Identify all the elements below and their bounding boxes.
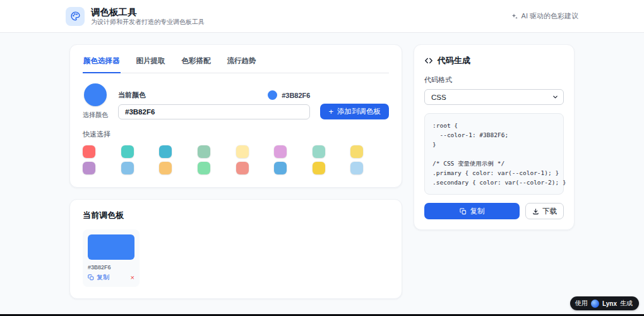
code-generation-card: 代码生成 代码格式 CSS :root { --color-1: #3B82F6…: [414, 44, 575, 230]
quick-swatch[interactable]: [83, 162, 95, 174]
generated-code: :root { --color-1: #3B82F6; } /* CSS 变量使…: [432, 121, 556, 187]
badge-brand: Lynx: [602, 300, 617, 307]
badge-suffix: 生成: [620, 299, 633, 308]
add-to-palette-button[interactable]: + 添加到调色板: [320, 104, 389, 119]
current-color-dot: [268, 90, 277, 100]
code-download-label: 下载: [542, 207, 557, 216]
code-copy-button[interactable]: 复制: [424, 203, 520, 219]
palette-remove-button[interactable]: ×: [131, 274, 134, 281]
code-format-select[interactable]: CSS: [424, 89, 564, 105]
palette-item: #3B82F6 复制 ×: [83, 229, 140, 287]
quick-swatch[interactable]: [274, 162, 287, 174]
quick-swatch[interactable]: [236, 145, 249, 158]
color-picker-swatch[interactable]: [84, 83, 107, 106]
tab-trending[interactable]: 流行趋势: [227, 55, 257, 73]
quick-swatch-grid: [83, 145, 389, 174]
quick-swatch[interactable]: [159, 162, 172, 174]
download-icon: [532, 208, 539, 215]
hex-input[interactable]: [118, 104, 310, 119]
lynx-logo-icon: [591, 300, 599, 308]
quick-swatch[interactable]: [159, 145, 172, 158]
quick-swatch[interactable]: [121, 145, 134, 158]
app-brand: 调色板工具 为设计师和开发者打造的专业调色板工具: [66, 7, 205, 26]
tab-color-match[interactable]: 色彩搭配: [181, 55, 212, 73]
palette-item-hex: #3B82F6: [88, 264, 134, 270]
generated-code-block: :root { --color-1: #3B82F6; } /* CSS 变量使…: [424, 113, 564, 195]
plus-icon: +: [328, 107, 333, 116]
palette-icon: [66, 7, 85, 26]
palette-copy-button[interactable]: 复制: [88, 273, 109, 282]
pick-color-label: 选择颜色: [83, 111, 108, 119]
badge-prefix: 使用: [575, 299, 588, 308]
quick-swatch[interactable]: [236, 162, 249, 174]
app-header: 调色板工具 为设计师和开发者打造的专业调色板工具 AI 驱动的色彩建议: [0, 0, 644, 33]
picker-tabs: 颜色选择器 图片提取 色彩搭配 流行趋势: [83, 55, 389, 73]
current-color-label: 当前颜色: [118, 90, 146, 100]
quick-swatch[interactable]: [350, 162, 363, 174]
ai-hint-label: AI 驱动的色彩建议: [522, 11, 578, 21]
copy-icon: [88, 274, 94, 281]
tab-color-picker[interactable]: 颜色选择器: [83, 55, 121, 73]
palette-copy-label: 复制: [97, 273, 109, 282]
page-subtitle: 为设计师和开发者打造的专业调色板工具: [91, 18, 205, 26]
code-copy-label: 复制: [470, 207, 485, 216]
quick-swatch[interactable]: [198, 162, 210, 174]
add-button-label: 添加到调色板: [337, 107, 381, 116]
quick-swatch[interactable]: [83, 145, 95, 158]
code-download-button[interactable]: 下载: [525, 203, 564, 219]
quick-select-label: 快速选择: [83, 130, 389, 139]
codegen-title: 代码生成: [438, 55, 470, 66]
palette-title: 当前调色板: [83, 210, 389, 221]
tab-image-extract[interactable]: 图片提取: [136, 55, 166, 73]
copy-icon: [460, 208, 467, 215]
ai-suggestion-hint: AI 驱动的色彩建议: [511, 11, 578, 21]
quick-swatch[interactable]: [313, 162, 325, 174]
quick-swatch[interactable]: [198, 145, 210, 158]
code-format-label: 代码格式: [424, 75, 564, 85]
quick-swatch[interactable]: [350, 145, 363, 158]
page-title: 调色板工具: [91, 7, 205, 18]
current-color-hex: #3B82F6: [282, 92, 310, 99]
quick-swatch[interactable]: [274, 145, 287, 158]
lynx-attribution-badge[interactable]: 使用 Lynx 生成: [570, 296, 639, 310]
code-icon: [424, 56, 433, 65]
palette-item-swatch: [88, 234, 134, 260]
quick-swatch[interactable]: [121, 162, 134, 174]
sparkles-icon: [511, 13, 518, 20]
current-palette-card: 当前调色板 #3B82F6 复制 ×: [69, 199, 402, 299]
color-picker-card: 颜色选择器 图片提取 色彩搭配 流行趋势 选择颜色 当前颜色 #3B82F6: [69, 44, 402, 188]
quick-swatch[interactable]: [313, 145, 325, 158]
